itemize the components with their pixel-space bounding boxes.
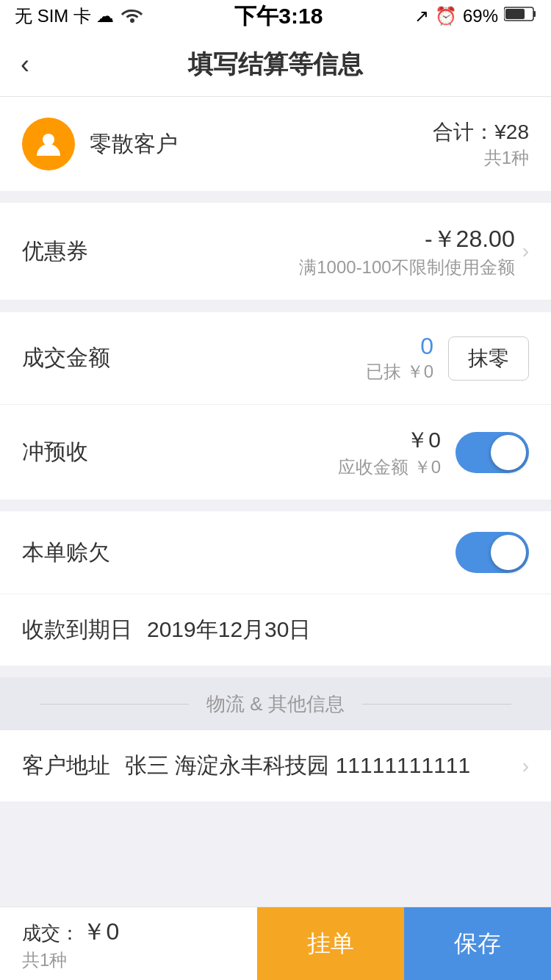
bottom-transaction-amount: ￥0 <box>82 918 119 945</box>
precollect-label: 冲预收 <box>22 437 88 467</box>
precollect-right: ￥0 应收金额 ￥0 <box>338 425 529 479</box>
address-label: 客户地址 <box>22 751 110 781</box>
svg-point-3 <box>43 134 54 145</box>
coupon-label: 优惠券 <box>22 237 88 267</box>
round-button[interactable]: 抹零 <box>448 336 529 381</box>
logistics-header: 物流 & 其他信息 <box>0 677 551 730</box>
customer-name: 零散客户 <box>90 129 178 159</box>
address-row[interactable]: 客户地址 张三 海淀永丰科技园 11111111111 › <box>0 730 551 801</box>
content-area: 零散客户 合计：¥28 共1种 优惠券 -￥28.00 满1000-100不限制… <box>0 97 551 980</box>
amount-right: 0 已抹 ￥0 抹零 <box>366 333 529 383</box>
logistics-line-left <box>40 704 189 705</box>
coupon-right: -￥28.00 满1000-100不限制使用金额 › <box>299 223 529 279</box>
battery-label: 69% <box>463 6 498 26</box>
svg-rect-1 <box>533 11 536 17</box>
customer-info: 零散客户 <box>22 118 178 170</box>
alarm-icon: ⏰ <box>435 6 457 26</box>
total-count: 共1种 <box>433 146 529 170</box>
amount-value-block: 0 已抹 ￥0 <box>366 333 433 383</box>
precollect-value-block: ￥0 应收金额 ￥0 <box>338 425 441 479</box>
bottom-transaction-label: 成交： <box>22 922 79 944</box>
customer-row: 零散客户 合计：¥28 共1种 <box>0 97 551 191</box>
debt-label: 本单赊欠 <box>22 538 110 568</box>
save-button[interactable]: 保存 <box>404 907 551 980</box>
coupon-row[interactable]: 优惠券 -￥28.00 满1000-100不限制使用金额 › <box>0 203 551 300</box>
address-chevron-icon: › <box>522 754 529 778</box>
total-amount: 合计：¥28 <box>433 118 529 146</box>
coupon-section: 优惠券 -￥28.00 满1000-100不限制使用金额 › <box>0 203 551 300</box>
sim-label: 无 SIM 卡 ☁ <box>15 4 114 28</box>
address-value: 张三 海淀永丰科技园 11111111111 <box>125 751 522 781</box>
status-time: 下午3:18 <box>234 1 323 32</box>
customer-avatar <box>22 118 75 170</box>
svg-rect-2 <box>505 9 525 19</box>
date-value: 2019年12月30日 <box>147 615 311 645</box>
status-left: 无 SIM 卡 ☁ <box>15 4 143 28</box>
back-button[interactable]: ‹ <box>21 49 29 80</box>
status-bar: 无 SIM 卡 ☁ 下午3:18 ↗ ⏰ 69% <box>0 0 551 32</box>
precollect-main: ￥0 <box>338 425 441 455</box>
precollect-toggle[interactable] <box>455 432 529 473</box>
logistics-inner: 物流 & 其他信息 <box>0 691 551 717</box>
precollect-sub: 应收金额 ￥0 <box>338 455 441 479</box>
coupon-desc: 满1000-100不限制使用金额 <box>299 256 514 279</box>
coupon-amount: -￥28.00 <box>299 223 514 256</box>
logistics-line-right <box>362 704 511 705</box>
status-right: ↗ ⏰ 69% <box>414 6 536 26</box>
bottom-info: 成交： ￥0 共1种 <box>0 907 257 980</box>
transaction-amount-row: 成交金额 0 已抹 ￥0 抹零 <box>0 312 551 405</box>
amount-section: 成交金额 0 已抹 ￥0 抹零 冲预收 ￥0 应收金额 ￥0 <box>0 312 551 500</box>
debt-toggle-knob <box>491 535 526 570</box>
chevron-right-icon: › <box>522 239 529 263</box>
logistics-label: 物流 & 其他信息 <box>206 691 345 717</box>
battery-icon <box>504 6 536 26</box>
toggle-knob <box>491 435 526 470</box>
customer-total: 合计：¥28 共1种 <box>433 118 529 170</box>
amount-main: 0 <box>366 333 433 360</box>
coupon-value-block: -￥28.00 满1000-100不限制使用金额 <box>299 223 514 279</box>
hang-button[interactable]: 挂单 <box>257 907 404 980</box>
location-icon: ↗ <box>414 6 429 26</box>
bottom-transaction-row: 成交： ￥0 <box>22 916 235 948</box>
nav-bar: ‹ 填写结算等信息 <box>0 32 551 97</box>
debt-section: 本单赊欠 收款到期日 2019年12月30日 <box>0 511 551 666</box>
precollect-row: 冲预收 ￥0 应收金额 ￥0 <box>0 405 551 500</box>
customer-section: 零散客户 合计：¥28 共1种 <box>0 97 551 191</box>
page-title: 填写结算等信息 <box>188 48 363 82</box>
debt-row: 本单赊欠 <box>0 511 551 594</box>
bottom-bar: 成交： ￥0 共1种 挂单 保存 <box>0 907 551 980</box>
wifi-icon <box>121 5 143 27</box>
amount-sub: 已抹 ￥0 <box>366 360 433 383</box>
date-row[interactable]: 收款到期日 2019年12月30日 <box>0 594 551 666</box>
date-label: 收款到期日 <box>22 615 132 645</box>
debt-toggle[interactable] <box>455 532 529 573</box>
bottom-count: 共1种 <box>22 948 235 972</box>
amount-label: 成交金额 <box>22 343 110 373</box>
